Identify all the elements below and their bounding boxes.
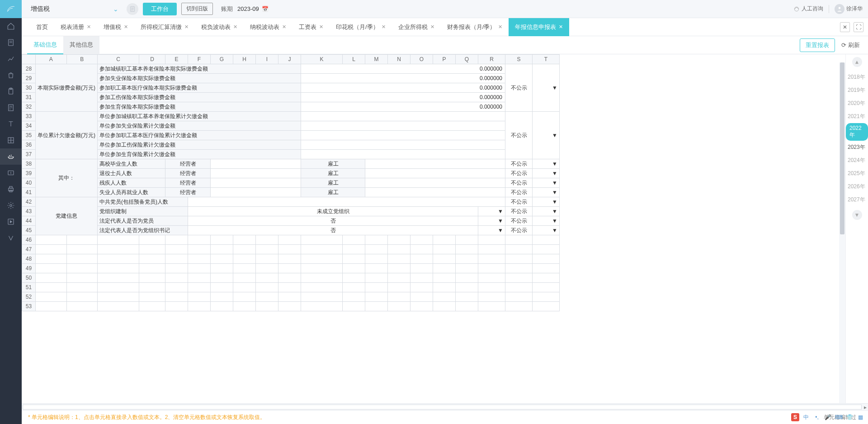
- cell-value[interactable]: [301, 150, 505, 159]
- cell[interactable]: [410, 264, 433, 273]
- col-header[interactable]: [22, 55, 36, 64]
- cell[interactable]: [188, 235, 211, 245]
- cell[interactable]: [478, 292, 505, 302]
- cell[interactable]: [505, 245, 533, 254]
- cell[interactable]: [139, 245, 165, 254]
- cell-public[interactable]: 不公示: [505, 197, 533, 207]
- col-header[interactable]: H: [233, 55, 256, 64]
- cell-public[interactable]: 不公示: [505, 216, 533, 226]
- tab-5[interactable]: 纳税波动表✕: [244, 18, 292, 36]
- col-header[interactable]: O: [410, 55, 433, 64]
- cell[interactable]: [66, 245, 98, 254]
- cell[interactable]: [188, 292, 211, 302]
- col-header[interactable]: D: [139, 55, 165, 64]
- cell[interactable]: [365, 178, 505, 188]
- cell[interactable]: [410, 254, 433, 264]
- cell[interactable]: [301, 283, 343, 292]
- dropdown-icon[interactable]: ▼: [478, 207, 505, 216]
- tab-close-icon[interactable]: ✕: [559, 24, 563, 30]
- nav-print-icon[interactable]: [0, 181, 22, 197]
- cell[interactable]: [433, 273, 456, 283]
- year-up-button[interactable]: ▲: [852, 57, 862, 67]
- cell[interactable]: [301, 273, 343, 283]
- cell[interactable]: [533, 283, 560, 292]
- cell-value[interactable]: 0.000000: [301, 93, 505, 102]
- col-header[interactable]: L: [343, 55, 365, 64]
- cell[interactable]: [478, 235, 505, 245]
- tab-close-icon[interactable]: ✕: [498, 24, 502, 30]
- year-2018年[interactable]: 2018年: [846, 71, 868, 84]
- row-header[interactable]: 38: [22, 159, 36, 169]
- nav-calc-icon[interactable]: [0, 100, 22, 116]
- cell[interactable]: [256, 245, 278, 254]
- cell[interactable]: [505, 273, 533, 283]
- subtab-other[interactable]: 其他信息: [63, 36, 99, 54]
- scroll-right-icon[interactable]: ▸: [863, 404, 868, 410]
- row-header[interactable]: 51: [22, 283, 36, 292]
- col-header[interactable]: I: [256, 55, 278, 64]
- cell[interactable]: [233, 245, 256, 254]
- nav-grid-icon[interactable]: [0, 132, 22, 148]
- cell[interactable]: [456, 245, 478, 254]
- cell[interactable]: [478, 273, 505, 283]
- dropdown-icon[interactable]: ▼: [533, 169, 560, 178]
- dropdown-icon[interactable]: ▼: [533, 197, 560, 207]
- cell[interactable]: [256, 283, 278, 292]
- cell[interactable]: [365, 273, 388, 283]
- ime-punct-icon[interactable]: •,: [813, 413, 821, 421]
- cell[interactable]: [165, 254, 188, 264]
- cell[interactable]: [188, 302, 211, 311]
- col-header[interactable]: M: [365, 55, 388, 64]
- row-header[interactable]: 36: [22, 140, 36, 150]
- cell[interactable]: [343, 273, 365, 283]
- row-header[interactable]: 43: [22, 207, 36, 216]
- cell[interactable]: [233, 254, 256, 264]
- cell-wide[interactable]: 未成立党组织: [188, 207, 478, 216]
- cell[interactable]: [233, 292, 256, 302]
- cell[interactable]: [278, 292, 301, 302]
- cell-public[interactable]: 不公示: [505, 207, 533, 216]
- cell[interactable]: [188, 283, 211, 292]
- cell[interactable]: [139, 273, 165, 283]
- cell-value[interactable]: 0.000000: [301, 83, 505, 93]
- cell[interactable]: [456, 254, 478, 264]
- cell[interactable]: [456, 264, 478, 273]
- row-header[interactable]: 37: [22, 150, 36, 159]
- cell[interactable]: [139, 235, 165, 245]
- cell[interactable]: [533, 264, 560, 273]
- cell[interactable]: [388, 245, 410, 254]
- cell[interactable]: [478, 245, 505, 254]
- horizontal-scrollbar[interactable]: ◂ ▸: [22, 403, 868, 410]
- cell-public[interactable]: 不公示: [505, 178, 533, 188]
- cell[interactable]: [365, 254, 388, 264]
- cell[interactable]: [211, 169, 301, 178]
- switch-old-button[interactable]: 切到旧版: [181, 3, 213, 15]
- year-2026年[interactable]: 2026年: [846, 180, 868, 193]
- cell[interactable]: [211, 178, 301, 188]
- col-header[interactable]: K: [301, 55, 343, 64]
- row-header[interactable]: 41: [22, 188, 36, 197]
- cell[interactable]: [365, 283, 388, 292]
- row-header[interactable]: 46: [22, 235, 36, 245]
- cell[interactable]: [98, 292, 139, 302]
- cell[interactable]: [36, 302, 67, 311]
- cell[interactable]: [66, 283, 98, 292]
- row-header[interactable]: 48: [22, 254, 36, 264]
- cell[interactable]: [165, 235, 188, 245]
- tab-close-icon[interactable]: ✕: [319, 24, 323, 30]
- cell[interactable]: [478, 283, 505, 292]
- tab-10[interactable]: 年报信息申报表✕: [509, 18, 569, 36]
- cell[interactable]: [139, 283, 165, 292]
- cell[interactable]: [301, 302, 343, 311]
- ime-kb-icon[interactable]: ⌨: [835, 413, 843, 421]
- cell[interactable]: [343, 245, 365, 254]
- year-2021年[interactable]: 2021年: [846, 110, 868, 123]
- dropdown-icon[interactable]: ▼: [533, 159, 560, 169]
- cell[interactable]: [278, 245, 301, 254]
- row-header[interactable]: 30: [22, 83, 36, 93]
- cell[interactable]: [433, 254, 456, 264]
- workbench-button[interactable]: 工作台: [143, 3, 177, 15]
- col-header[interactable]: C: [98, 55, 139, 64]
- tab-close-icon[interactable]: ✕: [282, 24, 286, 30]
- cell-public[interactable]: 不公示: [505, 188, 533, 197]
